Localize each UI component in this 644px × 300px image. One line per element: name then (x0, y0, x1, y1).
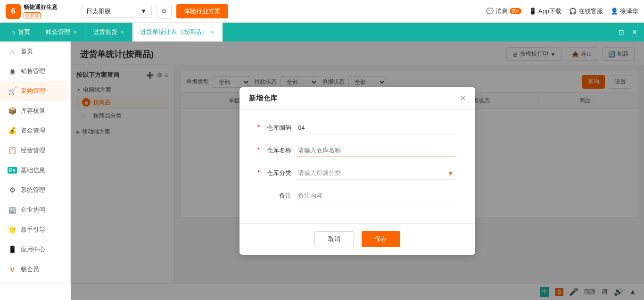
sidebar-item-operations[interactable]: 📋 经营管理 (0, 141, 70, 160)
form-row-warehouse-name: 仓库名称 (258, 144, 456, 157)
remark-label: 备注 (258, 192, 296, 200)
sidebar-item-finance[interactable]: 💰 资金管理 (0, 121, 70, 141)
sidebar-item-app-center[interactable]: 📱 应用中心 (0, 240, 70, 259)
sidebar-item-system[interactable]: ⚙ 系统管理 (0, 180, 70, 200)
logo-badge: 捷易版 (24, 11, 58, 19)
gear-icon: ⚙ (161, 8, 167, 15)
sidebar-item-sales[interactable]: ◉ 销售管理 (0, 61, 70, 81)
top-right-area: 💬 消息 99+ 📱 App下载 🎧 在线客服 👤 徐泽华 (486, 7, 638, 16)
nav-restore-icon[interactable]: ⊡ (616, 28, 627, 36)
logo-area: 6 畅捷通好生意 捷易版 (6, 3, 76, 19)
enterprise-icon: 🏢 (8, 206, 17, 214)
warehouse-code-input[interactable] (296, 121, 456, 134)
sidebar-item-guide[interactable]: 🌟 新手引导 (0, 220, 70, 240)
dialog-close-button[interactable]: ✕ (460, 94, 466, 103)
warehouse-name-input[interactable] (296, 144, 456, 157)
warehouse-category-select[interactable]: 请输入所属分类 (296, 167, 456, 180)
sidebar-item-purchase[interactable]: 🛒 采购管理 (0, 81, 70, 101)
warehouse-name-label: 仓库名称 (258, 146, 296, 155)
new-warehouse-dialog: 新增仓库 ✕ 仓库编码 仓库名称 仓库 (239, 87, 475, 255)
basic-info-icon: Ea (8, 167, 17, 174)
sales-icon: ◉ (8, 67, 17, 75)
mobile-icon: 📱 (529, 8, 537, 15)
content-area: 进货单统计(按商品) 🖨 按模板打印 ▼ 📤 导出 🔄 刷新 (71, 42, 644, 300)
dialog-body: 仓库编码 仓库名称 仓库分类 请输入所属分类 (239, 110, 475, 223)
store-selector[interactable]: 日太阳膜 ▼ (81, 5, 152, 18)
tab-close-icon[interactable]: ✕ (210, 29, 215, 35)
save-button[interactable]: 保存 (362, 231, 400, 247)
logo-text: 畅捷通好生意 捷易版 (24, 3, 58, 19)
sidebar-item-vip[interactable]: V 畅会员 (0, 259, 70, 279)
cancel-button[interactable]: 取消 (314, 231, 354, 247)
sidebar-item-basic-info[interactable]: Ea 基础信息 (0, 160, 70, 180)
home-icon: ⌂ (11, 29, 15, 36)
home-icon: ⌂ (8, 48, 17, 56)
app-center-icon: 📱 (8, 245, 17, 254)
sidebar-item-enterprise[interactable]: 🏢 企业协同 (0, 200, 70, 220)
system-icon: ⚙ (8, 186, 17, 194)
form-row-warehouse-category: 仓库分类 请输入所属分类 ▼ (258, 167, 456, 180)
nav-tabs: ⌂ 首页 账套管理 ✕ 进货退货 ✕ 进货单统计表（按商品） ✕ ⊡ ✕ (0, 23, 644, 42)
nav-tabs-right: ⊡ ✕ (616, 28, 640, 36)
sidebar: ⌂ 首页 ◉ 销售管理 🛒 采购管理 📦 库存核算 💰 资金管理 📋 经营管理 … (0, 42, 71, 300)
modal-overlay: 新增仓库 ✕ 仓库编码 仓库名称 仓库 (71, 42, 644, 300)
tab-purchase-stats[interactable]: 进货单统计表（按商品） ✕ (132, 23, 223, 42)
nav-close-icon[interactable]: ✕ (629, 28, 640, 36)
gear-button[interactable]: ⚙ (157, 4, 172, 19)
form-row-warehouse-code: 仓库编码 (258, 121, 456, 134)
user-profile[interactable]: 👤 徐泽华 (611, 7, 638, 16)
sidebar-item-inventory[interactable]: 📦 库存核算 (0, 101, 70, 121)
headphone-icon: 🎧 (569, 8, 577, 15)
tab-close-icon[interactable]: ✕ (73, 29, 77, 35)
main-layout: ⌂ 首页 ◉ 销售管理 🛒 采购管理 📦 库存核算 💰 资金管理 📋 经营管理 … (0, 42, 644, 300)
user-icon: 👤 (611, 8, 618, 15)
dialog-title: 新增仓库 (249, 94, 277, 103)
dialog-header: 新增仓库 ✕ (239, 87, 475, 110)
message-notification[interactable]: 💬 消息 99+ (486, 7, 521, 16)
online-service[interactable]: 🎧 在线客服 (569, 7, 603, 16)
tab-close-icon[interactable]: ✕ (120, 29, 124, 35)
tab-account[interactable]: 账套管理 ✕ (38, 23, 85, 42)
form-row-remark: 备注 (258, 189, 456, 202)
notification-badge: 99+ (510, 8, 521, 14)
inventory-icon: 📦 (8, 107, 17, 115)
message-icon: 💬 (486, 8, 494, 15)
operations-icon: 📋 (8, 146, 17, 155)
top-bar: 6 畅捷通好生意 捷易版 日太阳膜 ▼ ⚙ 体验行业方案 💬 消息 99+ 📱 … (0, 0, 644, 23)
tab-purchase-return[interactable]: 进货退货 ✕ (85, 23, 132, 42)
trial-button[interactable]: 体验行业方案 (176, 4, 228, 18)
warehouse-category-label: 仓库分类 (258, 169, 296, 177)
app-download[interactable]: 📱 App下载 (529, 7, 561, 16)
tab-home[interactable]: ⌂ 首页 (4, 23, 38, 42)
vip-icon: V (8, 266, 17, 273)
dialog-footer: 取消 保存 (239, 223, 475, 255)
logo-icon: 6 (6, 4, 21, 19)
chevron-down-icon: ▼ (140, 8, 147, 15)
finance-icon: 💰 (8, 126, 17, 135)
sidebar-item-home[interactable]: ⌂ 首页 (0, 42, 70, 61)
remark-input[interactable] (296, 189, 456, 202)
guide-icon: 🌟 (8, 225, 17, 234)
warehouse-code-label: 仓库编码 (258, 124, 296, 132)
purchase-icon: 🛒 (8, 87, 17, 95)
